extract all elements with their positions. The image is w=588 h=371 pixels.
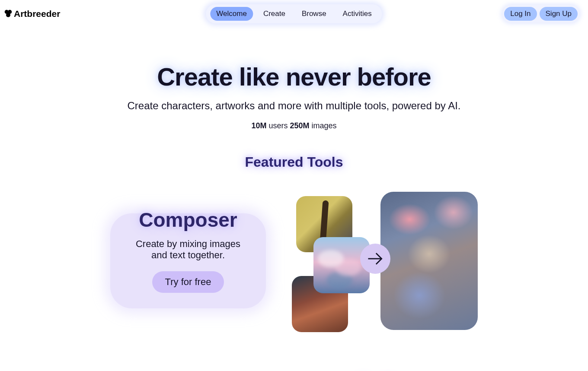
composer-result-image <box>380 192 478 330</box>
header: Artbreeder Welcome Create Browse Activit… <box>0 0 588 28</box>
hero-stats: 10M users 250M images <box>0 121 588 130</box>
stat-images-label: images <box>310 121 337 130</box>
signup-button[interactable]: Sign Up <box>540 7 578 21</box>
composer-section: Composer Create by mixing images and tex… <box>0 192 588 330</box>
auth-controls: Log In Sign Up <box>502 5 579 22</box>
brand-name: Artbreeder <box>14 9 60 19</box>
nav-welcome[interactable]: Welcome <box>210 7 253 21</box>
artbreeder-logo-icon <box>3 9 13 19</box>
brand-logo[interactable]: Artbreeder <box>3 9 60 19</box>
hero: Create like never before Create characte… <box>0 62 588 130</box>
composer-description: Create by mixing images and text togethe… <box>132 238 244 261</box>
login-button[interactable]: Log In <box>504 7 537 21</box>
main-nav: Welcome Create Browse Activities <box>206 4 382 23</box>
stat-users-number: 10M <box>251 121 266 130</box>
nav-create[interactable]: Create <box>257 7 291 21</box>
stat-images-number: 250M <box>290 121 309 130</box>
composer-try-button[interactable]: Try for free <box>152 271 224 293</box>
composer-card: Composer Create by mixing images and tex… <box>110 213 266 309</box>
hero-title: Create like never before <box>157 62 431 91</box>
composer-imagery <box>292 192 478 330</box>
arrow-right-icon <box>360 244 390 274</box>
nav-browse[interactable]: Browse <box>296 7 332 21</box>
composer-title: Composer <box>132 208 244 231</box>
nav-activities[interactable]: Activities <box>337 7 378 21</box>
featured-tools-heading: Featured Tools <box>0 154 588 170</box>
svg-point-2 <box>6 13 10 17</box>
hero-subtitle: Create characters, artworks and more wit… <box>0 100 588 112</box>
stat-users-label: users <box>266 121 290 130</box>
